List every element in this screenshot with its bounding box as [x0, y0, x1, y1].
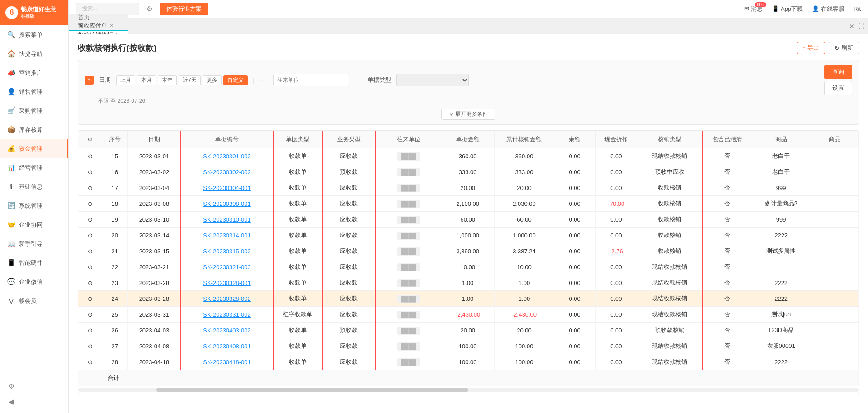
data-table-wrap: ⚙ 序号 日期 单据编号 单据类型 业务类型 往来单位 单据金额 累计核销金额 …	[78, 130, 859, 394]
query-btn[interactable]: 查询	[824, 65, 852, 79]
horizontal-scrollbar[interactable]	[78, 388, 859, 392]
sn-link[interactable]: SK-20230408-001	[203, 343, 251, 350]
refresh-btn[interactable]: ↻ 刷新	[829, 42, 859, 54]
sn-link[interactable]: SK-20230315-002	[203, 248, 251, 255]
filter-settings-btn[interactable]: 设置	[824, 81, 852, 95]
sidebar-item-quicknav[interactable]: 🏠 快捷导航	[0, 44, 68, 63]
table-row: ⊙ 15 2023-03-01 SK-20230301-002 收款单 应收款 …	[78, 148, 859, 164]
solution-btn[interactable]: 体验行业方案	[160, 3, 208, 15]
app-download-btn[interactable]: 📱 App下载	[772, 5, 803, 13]
cell-goods: 2222	[751, 228, 811, 243]
cell-incl-settled: 否	[703, 323, 751, 338]
date-btn-7days[interactable]: 近7天	[179, 75, 201, 85]
sidebar-item-wechat[interactable]: 💬 企业微信	[0, 272, 68, 291]
tab-prepay[interactable]: 预收应付单×	[69, 22, 128, 30]
sidebar-item-member[interactable]: V 畅会员	[0, 291, 68, 310]
sidebar-collapse[interactable]: ◀	[0, 394, 68, 409]
messages-btn[interactable]: ✉ 消息 99+	[744, 5, 763, 13]
app-icon: 📱	[772, 5, 779, 12]
cell-sn: SK-20230304-001	[181, 180, 273, 196]
sn-link[interactable]: SK-20230310-001	[203, 216, 251, 223]
topbar-gear-icon[interactable]: ⚙	[146, 5, 153, 13]
cell-settings[interactable]: ⊙	[78, 243, 102, 259]
cell-settings[interactable]: ⊙	[78, 259, 102, 275]
export-btn[interactable]: ↑ 导出	[797, 42, 826, 54]
cell-settings[interactable]: ⊙	[78, 291, 102, 307]
cell-settings[interactable]: ⊙	[78, 164, 102, 180]
tabs-controls: ✕ ⛶	[849, 23, 868, 30]
cell-settings[interactable]: ⊙	[78, 275, 102, 291]
user-info[interactable]: Rit	[854, 5, 861, 12]
sidebar-item-guide[interactable]: 📖 新手引导	[0, 234, 68, 253]
quicknav-icon: 🏠	[7, 50, 15, 58]
sidebar-item-enterprise[interactable]: 🤝 企业协同	[0, 215, 68, 234]
cell-settings[interactable]: ⊙	[78, 338, 102, 354]
sidebar-item-marketing[interactable]: 📣 营销推广	[0, 63, 68, 82]
cell-settings[interactable]: ⊙	[78, 323, 102, 338]
tab-home[interactable]: 首页	[69, 14, 128, 22]
partner-filter-input[interactable]	[273, 74, 349, 86]
sn-link[interactable]: SK-20230331-002	[203, 311, 251, 318]
sn-link[interactable]: SK-20230314-001	[203, 232, 251, 239]
tab-expand-icon[interactable]: ⛶	[858, 23, 864, 30]
partner-value: ████	[397, 216, 420, 224]
date-btn-this-month[interactable]: 本月	[137, 75, 156, 85]
tab-close-all-icon[interactable]: ✕	[849, 23, 854, 30]
cell-settings[interactable]: ⊙	[78, 180, 102, 196]
cell-settings[interactable]: ⊙	[78, 354, 102, 370]
cell-no: 16	[102, 164, 127, 180]
filter-expand-btn[interactable]: »	[85, 76, 94, 85]
inventory-icon: 📦	[7, 126, 15, 134]
online-service-btn[interactable]: 👤 在线客服	[812, 5, 844, 13]
partner-value: ████	[397, 200, 420, 208]
sidebar-item-inventory[interactable]: 📦 库存核算	[0, 120, 68, 139]
date-btn-custom[interactable]: 自定义	[223, 75, 248, 85]
cell-incl-settled: 否	[703, 275, 751, 291]
sidebar-item-capital[interactable]: 💰 资金管理	[0, 139, 68, 158]
cell-amount: 100.00	[441, 354, 495, 370]
sidebar-item-system[interactable]: 🔄 系统管理	[0, 196, 68, 215]
sidebar-settings[interactable]: ⚙	[0, 379, 68, 394]
sn-link[interactable]: SK-20230328-002	[203, 295, 251, 302]
date-btn-this-year[interactable]: 本年	[158, 75, 177, 85]
table-row: ⊙ 20 2023-03-14 SK-20230314-001 收款单 应收款 …	[78, 228, 859, 243]
cell-settings[interactable]: ⊙	[78, 228, 102, 243]
sn-link[interactable]: SK-20230321-003	[203, 264, 251, 271]
cell-amount: 1.00	[441, 275, 495, 291]
date-quick-btns: 上月 本月 本年 近7天 更多 自定义	[116, 75, 248, 85]
cell-doc-type: 收款单	[273, 212, 322, 228]
partner-value: ████	[397, 152, 420, 161]
cell-partner: ████	[376, 180, 441, 196]
cell-settings[interactable]: ⊙	[78, 212, 102, 228]
cell-date: 2023-03-08	[127, 196, 181, 212]
sidebar-item-basic[interactable]: ℹ 基础信息	[0, 177, 68, 196]
sn-link[interactable]: SK-20230301-002	[203, 153, 251, 160]
cell-settings[interactable]: ⊙	[78, 307, 102, 323]
sn-link[interactable]: SK-20230308-001	[203, 200, 251, 207]
cell-doc-type: 收款单	[273, 259, 322, 275]
date-btn-last-month[interactable]: 上月	[116, 75, 135, 85]
th-settings[interactable]: ⚙	[78, 131, 102, 148]
sn-link[interactable]: SK-20230403-002	[203, 327, 251, 334]
sidebar-item-search[interactable]: 🔍 搜索菜单	[0, 25, 68, 44]
cell-settings[interactable]: ⊙	[78, 196, 102, 212]
sidebar-item-operations[interactable]: 📊 经营管理	[0, 158, 68, 177]
sidebar-item-purchase[interactable]: 🛒 采购管理	[0, 101, 68, 120]
sn-link[interactable]: SK-20230302-002	[203, 169, 251, 176]
cell-verify-type: 收款核销	[637, 243, 703, 259]
cell-biz-type: 应收款	[322, 196, 376, 212]
sn-link[interactable]: SK-20230328-001	[203, 280, 251, 286]
th-verify-type: 核销类型	[637, 131, 703, 148]
cell-sn: SK-20230302-002	[181, 164, 273, 180]
expand-more-btn[interactable]: ∨ 展开更多条件	[441, 109, 495, 120]
scroll-thumb[interactable]	[156, 388, 468, 392]
cell-settings[interactable]: ⊙	[78, 148, 102, 164]
tab-close-prepay[interactable]: ×	[110, 23, 113, 29]
doc-type-select[interactable]	[396, 74, 469, 86]
sn-link[interactable]: SK-20230418-001	[203, 359, 251, 366]
sidebar-item-hardware[interactable]: 📱 智能硬件	[0, 253, 68, 272]
sn-link[interactable]: SK-20230304-001	[203, 185, 251, 191]
date-btn-more[interactable]: 更多	[203, 75, 222, 85]
sidebar-item-sales[interactable]: 👤 销售管理	[0, 82, 68, 101]
cell-incl-settled: 否	[703, 180, 751, 196]
